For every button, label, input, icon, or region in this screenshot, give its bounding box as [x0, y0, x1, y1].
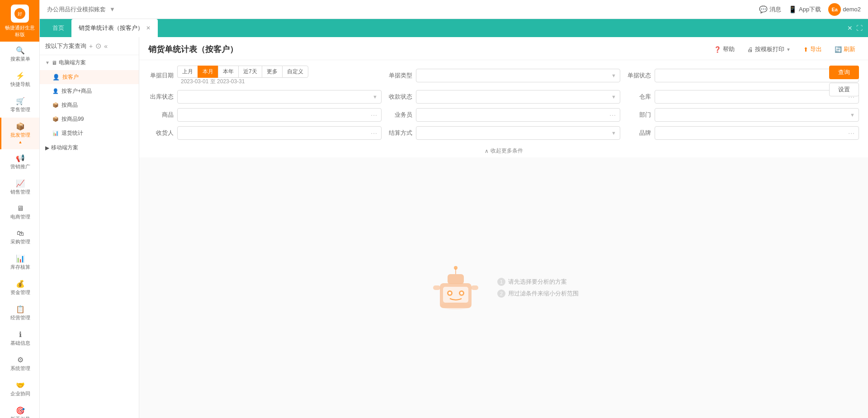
date-7days-btn[interactable]: 近7天 — [238, 66, 262, 78]
refresh-btn[interactable]: 🔄 刷新 — [831, 43, 859, 55]
scheme-item-by-customer[interactable]: 👤 按客户 — [40, 70, 139, 84]
filter-row-1: 单据日期 上月 本月 本年 近7天 更多 自定义 2023-03-01 至 20… — [148, 66, 859, 86]
tab-close-icon[interactable]: ✕ — [146, 25, 151, 31]
close-window-icon[interactable]: ✕ — [847, 24, 853, 32]
add-scheme-btn[interactable]: + — [89, 43, 93, 50]
scheme-item-return-stats[interactable]: 📊 退货统计 — [40, 126, 139, 140]
date-range: 2023-03-01 至 2023-03-31 — [181, 78, 382, 86]
user-profile-btn[interactable]: Ea demo2 — [828, 3, 861, 16]
settlement-item: 结算方式 ▼ — [387, 126, 620, 140]
out-status-dropdown[interactable]: ▼ — [177, 90, 382, 104]
settings-scheme-btn[interactable]: ⊙ — [95, 42, 101, 50]
query-button[interactable]: 查询 — [829, 66, 859, 79]
date-this-month-btn[interactable]: 本月 — [198, 66, 218, 78]
payment-status-item: 收款状态 ▼ — [387, 90, 620, 104]
collapse-panel-btn[interactable]: « — [104, 43, 108, 50]
header-dropdown-icon[interactable]: ▼ — [109, 6, 115, 13]
help-btn[interactable]: ❓ 帮助 — [710, 43, 738, 55]
maximize-window-icon[interactable]: ⛶ — [856, 24, 863, 32]
sidebar-item-inventory[interactable]: 📊 库存核算 — [0, 250, 39, 275]
sidebar-item-marketing-label: 营销推广 — [3, 163, 38, 170]
order-type-item: 单据类型 ▼ — [387, 69, 620, 82]
tab-sales-stats[interactable]: 销货单统计表（按客户） ✕ — [71, 19, 158, 37]
order-type-dropdown[interactable]: ▼ — [416, 69, 620, 82]
product-more-icon: ··· — [371, 111, 377, 119]
payment-status-dropdown[interactable]: ▼ — [416, 90, 620, 104]
sidebar-item-retail[interactable]: 🛒 零售管理 — [0, 92, 39, 118]
date-last-month-btn[interactable]: 上月 — [177, 66, 198, 78]
svg-point-11 — [454, 266, 458, 270]
sidebar-item-operations[interactable]: 📋 经营管理 — [0, 300, 39, 326]
mobile-group-label: 移动端方案 — [51, 144, 78, 152]
mobile-scheme-group[interactable]: ▶ 移动端方案 — [40, 140, 139, 155]
page-title-bar: 销货单统计表（按客户） ❓ 帮助 🖨 按模板打印 ▼ ⬆ 导出 — [139, 37, 868, 60]
date-custom-btn[interactable]: 自定义 — [282, 66, 308, 78]
scheme-cp-label: 按客户+商品 — [61, 87, 92, 95]
sidebar-item-guide-label: 新手引导 — [3, 416, 38, 418]
date-this-year-btn[interactable]: 本年 — [218, 66, 238, 78]
pc-scheme-group[interactable]: ▼ 🖥 电脑端方案 — [40, 55, 139, 70]
sidebar-item-purchase-label: 采购管理 — [3, 238, 38, 245]
warehouse-input[interactable]: ··· — [655, 90, 859, 104]
empty-state-content: 1 请先选择要分析的方案 2 用过滤条件来缩小分析范围 — [429, 261, 579, 315]
sidebar-item-purchase[interactable]: 🛍 采购管理 — [0, 225, 39, 250]
sidebar-logo: 好 畅捷通好生意 标版 — [0, 0, 39, 42]
order-status-dropdown[interactable]: ▼ — [655, 69, 859, 82]
sidebar-item-search[interactable]: 🔍 搜索菜单 — [0, 42, 39, 67]
department-label: 部门 — [626, 111, 651, 119]
sidebar-item-finance[interactable]: 💰 资金管理 — [0, 275, 39, 300]
scheme-product99-label: 按商品99 — [61, 115, 84, 123]
svg-rect-12 — [433, 285, 440, 290]
date-more-btn[interactable]: 更多 — [262, 66, 282, 78]
settlement-dropdown[interactable]: ▼ — [416, 126, 620, 140]
template-print-label: 按模板打印 — [755, 45, 784, 53]
sidebar-item-sales[interactable]: 📈 销售管理 — [0, 175, 39, 200]
message-icon: 💬 — [759, 5, 768, 14]
sidebar-item-system[interactable]: ⚙ 系统管理 — [0, 351, 39, 376]
salesperson-input[interactable]: ··· — [416, 108, 620, 122]
collapse-filter-btn[interactable]: ∧ 收起更多条件 — [148, 144, 859, 157]
order-type-arrow: ▼ — [611, 73, 616, 78]
sidebar-item-marketing[interactable]: 📢 营销推广 — [0, 149, 39, 175]
tab-home[interactable]: 首页 — [45, 19, 71, 37]
department-dropdown[interactable]: ▼ — [655, 108, 859, 122]
payment-status-label: 收款状态 — [387, 93, 412, 101]
mobile-group-arrow: ▶ — [45, 145, 49, 151]
filter-area: 单据日期 上月 本月 本年 近7天 更多 自定义 2023-03-01 至 20… — [139, 60, 868, 157]
out-status-label: 出库状态 — [148, 93, 174, 101]
sidebar-item-quick-nav[interactable]: ⚡ 快捷导航 — [0, 67, 39, 92]
recipient-input[interactable]: ··· — [177, 126, 382, 140]
scheme-item-by-product[interactable]: 📦 按商品 — [40, 98, 139, 112]
date-filter-controls: 上月 本月 本年 近7天 更多 自定义 2023-03-01 至 2023-03… — [177, 66, 382, 86]
sidebar-item-basic-info[interactable]: ℹ 基础信息 — [0, 326, 39, 351]
scheme-item-product-99[interactable]: 📦 按商品99 — [40, 112, 139, 126]
guide-icon: 🎯 — [3, 406, 38, 415]
export-btn[interactable]: ⬆ 导出 — [800, 43, 826, 55]
sidebar-item-wholesale[interactable]: 📦 批发管理 ▲ — [0, 118, 39, 149]
sidebar-item-enterprise[interactable]: 🤝 企业协同 — [0, 376, 39, 402]
operations-icon: 📋 — [3, 305, 38, 314]
svg-rect-13 — [471, 285, 478, 290]
tip-num-2: 2 — [497, 290, 505, 298]
app-download-btn[interactable]: 📱 App下载 — [788, 5, 821, 14]
sidebar-item-operations-label: 经营管理 — [3, 314, 38, 321]
scheme-item-customer-product[interactable]: 👤 按客户+商品 — [40, 84, 139, 98]
retail-icon: 🛒 — [3, 97, 38, 105]
svg-text:好: 好 — [18, 11, 22, 16]
svg-point-7 — [448, 292, 451, 294]
product-input[interactable]: ··· — [177, 108, 382, 122]
logo-icon: 好 — [11, 5, 29, 23]
template-print-btn[interactable]: 🖨 按模板打印 ▼ — [744, 43, 794, 55]
brand-input[interactable]: ··· — [655, 126, 859, 140]
department-arrow: ▼ — [850, 112, 855, 118]
messages-btn[interactable]: 💬 消息 — [759, 5, 781, 14]
scheme-product99-icon: 📦 — [52, 116, 59, 122]
search-icon: 🔍 — [3, 46, 38, 55]
settlement-arrow: ▼ — [611, 130, 616, 136]
sidebar-item-ecommerce[interactable]: 🖥 电商管理 — [0, 200, 39, 225]
app-download-label: App下载 — [799, 5, 821, 14]
settings-button[interactable]: 设置 — [829, 83, 859, 96]
sidebar-item-inventory-label: 库存核算 — [3, 264, 38, 271]
sidebar-item-guide[interactable]: 🎯 新手引导 — [0, 402, 39, 418]
export-label: 导出 — [810, 45, 822, 53]
